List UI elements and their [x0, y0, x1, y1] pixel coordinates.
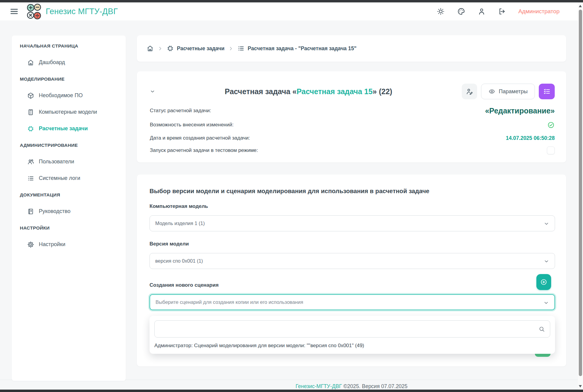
sidebar-item-manual[interactable]: Руководство [12, 203, 126, 220]
model-version-select[interactable]: версия спо 0x001 (1) [150, 253, 555, 269]
eye-icon [488, 88, 495, 95]
model-version-value: версия спо 0x001 (1) [155, 258, 203, 264]
breadcrumb-item-current-task[interactable]: Расчетная задача - "Расчетная задача 15" [237, 45, 356, 52]
sidebar-item-dashboard[interactable]: Дашбоард [12, 54, 126, 71]
add-scenario-button[interactable] [536, 274, 551, 290]
sidebar-item-label: Системные логи [39, 175, 80, 181]
status-row: Запуск расчетной задачи в тестовом режим… [150, 144, 555, 156]
magnifier-icon [538, 326, 545, 332]
check-circle-icon [547, 121, 555, 129]
status-label: Статус расчетной задачи: [150, 108, 211, 114]
scenario-option[interactable]: Администратор: Сценарий моделирования дл… [154, 341, 550, 350]
model-scenario-card: Выбор версии модели и сценария моделиров… [137, 174, 566, 366]
sidebar-item-label: Пользователи [39, 159, 74, 165]
breadcrumb-label: Расчетная задача - "Расчетная задача 15" [248, 45, 356, 52]
footer-copyright: ©2025. Версия 07.07.2025 [342, 383, 408, 389]
breadcrumb: Расчетные задачи Расчетная задача - "Рас… [137, 35, 566, 62]
sidebar-item-required-software[interactable]: Необходимое ПО [12, 87, 126, 104]
chevron-down-icon [544, 258, 549, 264]
task-card: Расчетная задача «Расчетная задача 15» (… [137, 71, 566, 162]
sidebar-item-label: Расчетные задачи [39, 125, 88, 132]
app-logo-link[interactable]: Генезис МГТУ-ДВГ [26, 3, 118, 20]
status-value: «Редактирование» [485, 106, 555, 115]
chip-icon [27, 125, 34, 132]
status-row: Возможность внесения изменений: [150, 118, 555, 132]
parameters-button[interactable]: Параметры [481, 84, 535, 99]
chip-icon [167, 45, 174, 52]
sidebar-item-label: Дашбоард [39, 59, 65, 66]
scenario-select[interactable]: Выберите сценарий для создания копии или… [150, 294, 555, 310]
scrollbar-thumb[interactable] [579, 10, 582, 376]
footer-brand-link[interactable]: Генезис-МГТУ-ДВГ [295, 383, 342, 389]
sidebar-item-system-logs[interactable]: Системные логи [12, 170, 126, 187]
browser-bottom-strip [0, 390, 583, 392]
theme-sun-icon[interactable] [436, 7, 445, 16]
sidebar-section-administration: АДМИНИСТРИРОВАНИЕ [12, 137, 126, 153]
sidebar-item-settings[interactable]: Настройки [12, 236, 126, 253]
user-edit-icon [466, 88, 473, 95]
computer-model-select[interactable]: Модель изделия 1 (1) [150, 215, 555, 231]
page-scrollbar[interactable] [578, 2, 583, 390]
chevron-down-icon [543, 300, 549, 306]
scenario-dropdown-panel: Администратор: Сценарий моделирования дл… [150, 316, 555, 354]
sidebar-item-computer-models[interactable]: Компьютерные модели [12, 104, 126, 120]
task-list-button[interactable] [539, 84, 555, 99]
list-icon [27, 175, 34, 182]
breadcrumb-item-tasks[interactable]: Расчетные задачи [167, 45, 224, 52]
status-label: Возможность внесения изменений: [150, 122, 233, 128]
breadcrumb-home-icon[interactable] [147, 45, 154, 52]
scrollbar-up-arrow[interactable] [579, 5, 582, 7]
computer-model-label: Компьютерная модель [150, 203, 555, 209]
sidebar-item-label: Компьютерные модели [39, 109, 97, 115]
status-row: Статус расчетной задачи: «Редактирование… [150, 103, 555, 118]
sidebar: НАЧАЛЬНАЯ СТРАНИЦА Дашбоард МОДЕЛИРОВАНИ… [12, 35, 126, 381]
users-icon [27, 158, 34, 165]
sidebar-item-users[interactable]: Пользователи [12, 153, 126, 170]
sidebar-item-calculation-tasks[interactable]: Расчетные задачи [12, 120, 126, 137]
status-label: Запуск расчетной задачи в тестовом режим… [150, 147, 258, 153]
chevron-right-icon [158, 46, 163, 51]
task-title-name: Расчетная задача 15 [297, 87, 373, 96]
collapse-chevron-icon[interactable] [150, 89, 155, 94]
chevron-right-icon [228, 46, 233, 51]
browser-top-strip [0, 0, 583, 2]
task-title: Расчетная задача «Расчетная задача 15» (… [155, 87, 462, 96]
hamburger-menu-icon[interactable] [9, 6, 19, 17]
task-title-suffix: » (22) [373, 87, 392, 96]
app-screen: Генезис МГТУ-ДВГ Администратор НАЧАЛЬНАЯ… [0, 0, 583, 392]
sidebar-section-modeling: МОДЕЛИРОВАНИЕ [12, 71, 126, 87]
user-icon[interactable] [477, 7, 486, 16]
home-icon [27, 59, 34, 66]
palette-icon[interactable] [457, 7, 465, 16]
app-title: Генезис МГТУ-ДВГ [46, 7, 118, 16]
chevron-down-icon [544, 221, 549, 227]
status-row: Дата и время создания расчетной задачи: … [150, 132, 555, 144]
creation-datetime-value: 14.07.2025 06:50:28 [506, 135, 555, 141]
footer: Генезис-МГТУ-ДВГ ©2025. Версия 07.07.202… [137, 383, 566, 390]
sidebar-section-settings: НАСТРОЙКИ [12, 220, 126, 236]
user-role-label: Администратор [518, 8, 560, 15]
new-scenario-label: Создания нового сценария [150, 282, 555, 288]
sidebar-section-documentation: ДОКУМЕНТАЦИЯ [12, 187, 126, 203]
scenario-search-input[interactable] [155, 321, 550, 337]
assign-user-button[interactable] [462, 84, 477, 99]
book-icon [27, 208, 34, 215]
task-title-prefix: Расчетная задача « [225, 87, 297, 96]
model-card-heading: Выбор версии модели и сценария моделиров… [150, 187, 555, 195]
status-label: Дата и время создания расчетной задачи: [150, 135, 250, 141]
model-version-label: Версия модели [150, 241, 555, 247]
list-icon [237, 45, 245, 52]
test-mode-checkbox[interactable] [547, 147, 555, 154]
app-logo-icon [26, 3, 42, 20]
scenario-select-placeholder: Выберите сценарий для создания копии или… [156, 299, 303, 305]
checklist-icon [543, 88, 551, 95]
cube-icon [27, 92, 34, 99]
logout-icon[interactable] [498, 7, 506, 16]
parameters-button-label: Параметры [499, 88, 528, 95]
computer-model-value: Модель изделия 1 (1) [155, 221, 205, 226]
sidebar-item-label: Руководство [39, 208, 70, 215]
scenario-search-box [154, 320, 550, 338]
sidebar-section-home: НАЧАЛЬНАЯ СТРАНИЦА [12, 38, 126, 54]
scrollbar-down-arrow[interactable] [579, 385, 582, 387]
breadcrumb-label: Расчетные задачи [177, 45, 224, 52]
